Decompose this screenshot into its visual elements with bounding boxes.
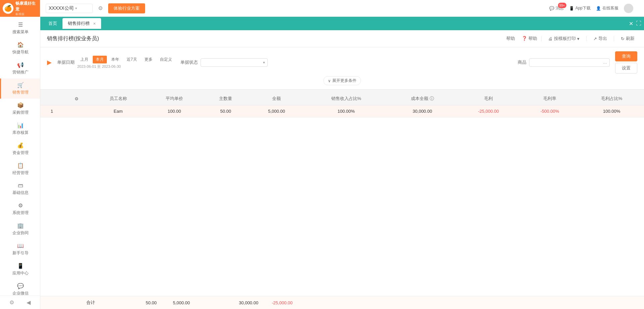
- tabbar: 首页销售排行榜✕✕⛶: [40, 17, 644, 30]
- cell-profit: -25,000.00: [457, 105, 520, 117]
- guide-label: 新手引导: [12, 250, 29, 256]
- online-service-button[interactable]: 👤 在线客服: [596, 5, 618, 11]
- date-pills-container: 上月本月本年近7天更多自定义 2023-06-01 至 2023-06-30: [77, 56, 175, 69]
- status-select[interactable]: [201, 58, 268, 67]
- inventory-label: 库存核算: [12, 130, 29, 136]
- print-button[interactable]: 🖨 按模板打印 ▾: [546, 34, 582, 43]
- sidebar-item-capital[interactable]: 💰资金管理: [0, 139, 40, 159]
- cell-sales-pct: 100.00%: [304, 105, 388, 117]
- basic-label: 基础信息: [12, 190, 29, 196]
- divider3: [614, 36, 614, 41]
- footer-profit: -25,000.00: [265, 300, 299, 305]
- settings-icon[interactable]: ⚙: [9, 299, 14, 306]
- sidebar-item-app-center[interactable]: 📱应用中心: [0, 259, 40, 279]
- app-center-icon: 📱: [17, 263, 24, 269]
- table-container: ⚙员工名称平均单价主数量全额销售收入占比%成本全额 ⓘ毛利毛利率毛利占比% 1E…: [40, 92, 644, 296]
- marketing-icon: 📢: [17, 62, 24, 68]
- help-button[interactable]: 帮助: [504, 34, 518, 43]
- query-button[interactable]: 查询: [615, 51, 637, 61]
- sidebar-item-system[interactable]: ⚙系统管理: [0, 199, 40, 219]
- date-pill-本年[interactable]: 本年: [108, 56, 122, 63]
- sidebar-item-operation[interactable]: 📋经营管理: [0, 159, 40, 179]
- cell-quantity: 50.00: [203, 105, 249, 117]
- sidebar-item-inventory[interactable]: 📊库存核算: [0, 119, 40, 139]
- logo-app-name: 畅康通好生意: [15, 1, 37, 12]
- date-pill-上月[interactable]: 上月: [77, 56, 91, 63]
- collapse-icon[interactable]: ◀: [27, 299, 31, 306]
- status-filter: 单据状态: [180, 58, 268, 67]
- user-avatar[interactable]: [624, 4, 633, 13]
- tab-close-sales-rank[interactable]: ✕: [93, 22, 96, 25]
- basic-icon: 🗃: [18, 183, 23, 189]
- sidebar-item-quick-nav[interactable]: 🏠快捷导航: [0, 38, 40, 58]
- topbar-right: 💬 消息 99+ 📱 App下载 👤 在线客服: [549, 4, 639, 13]
- cell-index: 1: [40, 105, 63, 117]
- footer-quantity: 50.00: [138, 300, 165, 305]
- wechat-label: 企业微信: [12, 291, 29, 296]
- footer-amount: 5,000.00: [165, 300, 198, 305]
- sidebar-item-search[interactable]: ☰搜索菜单: [0, 18, 40, 38]
- date-pill-自定义[interactable]: 自定义: [157, 56, 175, 63]
- sales-icon: 🛒: [17, 82, 24, 88]
- tab-sales-rank[interactable]: 销售排行榜✕: [62, 18, 101, 29]
- logo-tag: 标准版: [15, 12, 37, 16]
- filter-row: ▶ 单据日期 上月本月本年近7天更多自定义 2023-06-01 至 2023-…: [47, 51, 637, 73]
- page-actions: 帮助 ❓ 帮助 🖨 按模板打印 ▾ ↗ 导出 ↻ 刷新: [504, 34, 637, 43]
- sidebar-logo: 🍊 畅康通好生意 标准版: [0, 0, 40, 17]
- company-name: XXXXX公司: [49, 5, 74, 11]
- purchase-label: 采购管理: [12, 110, 29, 115]
- sidebar-item-basic[interactable]: 🗃基础信息: [0, 179, 40, 199]
- sales-rank-table: ⚙员工名称平均单价主数量全额销售收入占比%成本全额 ⓘ毛利毛利率毛利占比% 1E…: [40, 92, 644, 117]
- col-header-name: 员工名称: [90, 92, 146, 105]
- sidebar-item-marketing[interactable]: 📢营销推广: [0, 58, 40, 79]
- message-button[interactable]: 💬 消息 99+: [549, 5, 564, 11]
- cell-profit-pct: 100.00%: [579, 105, 644, 117]
- message-icon: 💬: [549, 6, 554, 11]
- inventory-icon: 📊: [17, 122, 24, 128]
- expand-label: 展开更多条件: [332, 78, 356, 84]
- window-controls: ✕⛶: [629, 20, 641, 27]
- col-header-profit-rate: 毛利率: [520, 92, 579, 105]
- filter-area: ▶ 单据日期 上月本月本年近7天更多自定义 2023-06-01 至 2023-…: [40, 47, 644, 90]
- sidebar-item-enterprise[interactable]: 🏢企业协同: [0, 219, 40, 239]
- marketing-label: 营销推广: [12, 69, 29, 75]
- capital-icon: 💰: [17, 142, 24, 149]
- date-pill-更多[interactable]: 更多: [141, 56, 156, 63]
- footer-label: 合计: [74, 300, 108, 306]
- cell-avg-price: 100.00: [146, 105, 202, 117]
- topbar-settings-icon[interactable]: ⚙: [97, 4, 104, 13]
- export-button[interactable]: ↗ 导出: [591, 34, 610, 43]
- table-footer: 合计 50.00 5,000.00 30,000.00 -25,000.00: [40, 296, 644, 309]
- close-window-button[interactable]: ✕: [629, 20, 633, 27]
- online-service-label: 在线客服: [602, 5, 618, 11]
- app-download-button[interactable]: 📱 App下载: [569, 5, 591, 11]
- goods-input[interactable]: [529, 58, 610, 67]
- tab-home[interactable]: 首页: [43, 18, 62, 29]
- settings-button[interactable]: 设置: [615, 63, 637, 73]
- sidebar-item-sales[interactable]: 🛒销售管理: [0, 79, 40, 99]
- app-logo-icon: 🍊: [3, 3, 13, 14]
- sidebar-item-guide[interactable]: 📖新手引导: [0, 239, 40, 259]
- date-pill-近7天[interactable]: 近7天: [124, 56, 140, 63]
- date-filter: 单据日期 上月本月本年近7天更多自定义 2023-06-01 至 2023-06…: [57, 56, 175, 69]
- query-settings-btns: 查询 设置: [615, 51, 637, 73]
- capital-label: 资金管理: [12, 150, 29, 156]
- date-pill-本月[interactable]: 本月: [93, 56, 107, 63]
- system-label: 系统管理: [12, 210, 29, 216]
- col-header-sales-pct: 销售收入占比%: [304, 92, 388, 105]
- col-header-quantity: 主数量: [203, 92, 249, 105]
- enterprise-icon: 🏢: [17, 222, 24, 229]
- sidebar-item-purchase[interactable]: 📦采购管理: [0, 99, 40, 119]
- filter-expand-icon[interactable]: ▶: [47, 59, 52, 66]
- company-selector[interactable]: XXXXX公司 ▾: [46, 4, 93, 13]
- maximize-window-button[interactable]: ⛶: [636, 20, 641, 27]
- expand-filter-button[interactable]: ∨ 展开更多条件: [324, 76, 361, 85]
- cell-profit-rate: -500.00%: [520, 105, 579, 117]
- goods-input-dots: …: [603, 60, 607, 65]
- search-label: 搜索菜单: [12, 29, 29, 35]
- sidebar-item-wechat[interactable]: 💬企业微信: [0, 279, 40, 296]
- app-download-label: App下载: [575, 5, 591, 11]
- trial-button[interactable]: 体验行业方案: [108, 3, 145, 13]
- refresh-button[interactable]: ↻ 刷新: [618, 34, 637, 43]
- operation-icon: 📋: [17, 162, 24, 169]
